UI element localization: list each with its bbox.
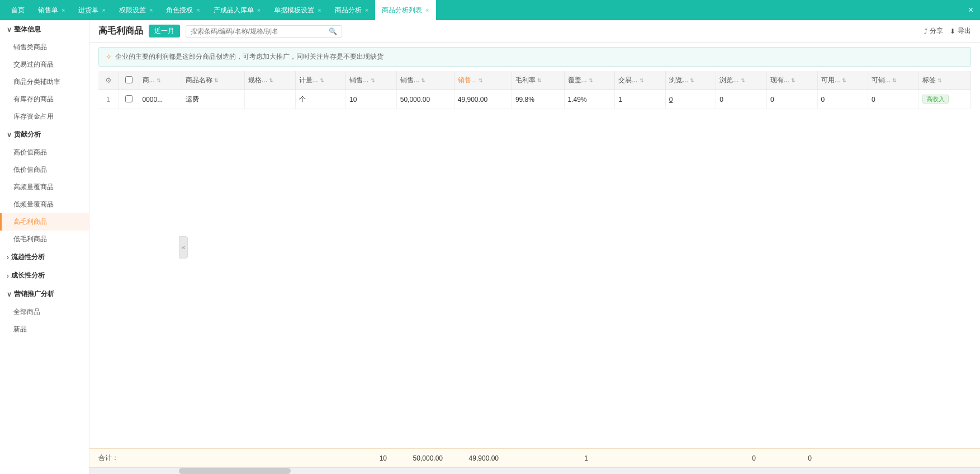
col-transaction[interactable]: 交易... ⇅ xyxy=(615,71,666,90)
search-icon[interactable]: 🔍 xyxy=(329,27,337,35)
row-transaction: 1 xyxy=(615,90,666,109)
sidebar-item-high-margin[interactable]: 高毛利商品 xyxy=(0,213,89,231)
sort-margin-rate-icon: ⇅ xyxy=(537,78,542,83)
share-button[interactable]: ⤴ 分享 xyxy=(924,26,943,36)
footer-available: 0 xyxy=(711,454,756,462)
search-box[interactable]: 🔍 xyxy=(186,25,342,37)
col-margin-rate[interactable]: 毛利率 ⇅ xyxy=(512,71,564,90)
col-checkbox[interactable] xyxy=(119,71,139,90)
col-browse2[interactable]: 浏览... ⇅ xyxy=(716,71,767,90)
row-tag: 高收入 xyxy=(919,90,970,109)
select-all-checkbox[interactable] xyxy=(125,76,132,83)
close-product-analysis-list[interactable]: × xyxy=(425,7,429,13)
row-sales-qty: 10 xyxy=(346,90,397,109)
footer-sales-profit: 49,900.00 xyxy=(454,454,499,462)
row-browse1[interactable]: 0 xyxy=(665,90,716,109)
sort-tag-icon: ⇅ xyxy=(938,78,942,83)
filter-period-button[interactable]: 近一月 xyxy=(149,25,180,37)
footer-sales-amount: 50,000.00 xyxy=(398,454,443,462)
table-header-row: ⚙ 商... ⇅ 商品名称 ⇅ xyxy=(98,71,971,90)
tag-badge: 高收入 xyxy=(922,95,949,104)
row-select-checkbox[interactable] xyxy=(125,95,132,102)
row-checkbox[interactable] xyxy=(119,90,139,109)
col-browse1[interactable]: 浏览... ⇅ xyxy=(665,71,716,90)
col-sales-amount[interactable]: 销售... ⇅ xyxy=(396,71,454,90)
close-order-template[interactable]: × xyxy=(318,7,321,13)
close-sales-order[interactable]: × xyxy=(61,7,65,13)
search-input[interactable] xyxy=(191,27,329,35)
nav-home[interactable]: 首页 xyxy=(4,0,31,20)
col-saleable[interactable]: 可销... ⇅ xyxy=(868,71,919,90)
page-title: 高毛利商品 xyxy=(98,25,143,37)
table-body: 1 0000... 运费 个 10 50,000.00 49,900.00 99… xyxy=(98,90,971,109)
arrow-growth: › xyxy=(7,272,9,280)
col-settings[interactable]: ⚙ xyxy=(98,71,119,90)
sidebar-item-product-analysis-assist[interactable]: 商品分类辅助率 xyxy=(0,73,89,91)
row-sales-amount: 50,000.00 xyxy=(396,90,454,109)
nav-product-warehouse[interactable]: 产成品入库单 × xyxy=(207,0,267,20)
share-icon: ⤴ xyxy=(924,27,927,35)
sidebar-item-low-value[interactable]: 低价值商品 xyxy=(0,161,89,179)
info-icon: ✧ xyxy=(106,53,112,61)
sort-current-icon: ⇅ xyxy=(791,78,796,83)
nav-role-auth[interactable]: 角色授权 × xyxy=(159,0,206,20)
sidebar-group-growth[interactable]: › 成长性分析 xyxy=(0,266,89,285)
sidebar-item-high-value[interactable]: 高价值商品 xyxy=(0,144,89,161)
sidebar-item-traded-products[interactable]: 交易过的商品 xyxy=(0,56,89,73)
close-role-auth[interactable]: × xyxy=(196,7,200,13)
nav-order-template[interactable]: 单据模板设置 × xyxy=(267,0,328,20)
nav-product-analysis-list[interactable]: 商品分析列表 × xyxy=(375,0,435,20)
top-nav: 首页 销售单 × 进货单 × 权限设置 × 角色授权 × 产成品入库单 × 单据… xyxy=(0,0,980,20)
sidebar-item-low-freq[interactable]: 低频量覆商品 xyxy=(0,196,89,213)
close-product-analysis[interactable]: × xyxy=(365,7,368,13)
row-spec xyxy=(244,90,295,109)
sidebar-group-trend[interactable]: › 流趋性分析 xyxy=(0,248,89,266)
scrollbar-thumb[interactable] xyxy=(179,468,291,474)
sort-name-icon: ⇅ xyxy=(214,78,219,83)
sort-saleable-icon: ⇅ xyxy=(892,78,897,83)
nav-product-analysis[interactable]: 商品分析 × xyxy=(328,0,375,20)
nav-purchase-order[interactable]: 进货单 × xyxy=(72,0,112,20)
row-sales-profit: 49,900.00 xyxy=(454,90,512,109)
row-margin-rate: 99.8% xyxy=(512,90,564,109)
col-sales-profit[interactable]: 销售... ⇅ xyxy=(454,71,512,90)
col-available[interactable]: 可用... ⇅ xyxy=(817,71,868,90)
sort-browse1-icon: ⇅ xyxy=(690,78,694,83)
col-code[interactable]: 商... ⇅ xyxy=(139,71,182,90)
close-product-warehouse[interactable]: × xyxy=(257,7,261,13)
col-spec[interactable]: 规格... ⇅ xyxy=(244,71,295,90)
settings-icon[interactable]: ⚙ xyxy=(105,76,112,85)
col-coverage[interactable]: 覆盖... ⇅ xyxy=(564,71,615,90)
close-window-button[interactable]: × xyxy=(968,5,973,15)
sidebar-group-marketing[interactable]: ∨ 营销推广分析 xyxy=(0,285,89,303)
sidebar-group-overall[interactable]: ∨ 整体信息 xyxy=(0,20,89,39)
row-name: 运费 xyxy=(182,90,244,109)
col-unit[interactable]: 计量... ⇅ xyxy=(295,71,346,90)
bottom-scrollbar[interactable] xyxy=(89,467,980,474)
col-sales-qty[interactable]: 销售... ⇅ xyxy=(346,71,397,90)
sidebar-group-treasure[interactable]: ∨ 贡献分析 xyxy=(0,125,89,144)
col-current[interactable]: 现有... ⇅ xyxy=(766,71,817,90)
nav-sales-order[interactable]: 销售单 × xyxy=(31,0,72,20)
sidebar-collapse-button[interactable]: « xyxy=(179,236,188,259)
col-name[interactable]: 商品名称 ⇅ xyxy=(182,71,244,90)
sidebar-item-high-freq[interactable]: 高频量覆商品 xyxy=(0,179,89,196)
footer-sales-qty: 10 xyxy=(342,454,387,462)
close-purchase-order[interactable]: × xyxy=(102,7,105,13)
sidebar-item-all-products[interactable]: 全部商品 xyxy=(0,303,89,321)
sort-spec-icon: ⇅ xyxy=(269,78,273,83)
header-actions: ⤴ 分享 ⬇ 导出 xyxy=(924,26,971,36)
sidebar-item-stocked-products[interactable]: 有库存的商品 xyxy=(0,91,89,108)
sidebar-item-new-products[interactable]: 新品 xyxy=(0,321,89,338)
nav-permission-settings[interactable]: 权限设置 × xyxy=(112,0,159,20)
close-permission-settings[interactable]: × xyxy=(149,7,153,13)
row-index: 1 xyxy=(98,90,119,109)
table-container[interactable]: ⚙ 商... ⇅ 商品名称 ⇅ xyxy=(89,71,980,448)
sort-available-icon: ⇅ xyxy=(842,78,846,83)
sidebar-item-inventory-capital[interactable]: 库存资金占用 xyxy=(0,108,89,125)
export-button[interactable]: ⬇ 导出 xyxy=(950,26,971,36)
sidebar-item-sales-products[interactable]: 销售类商品 xyxy=(0,39,89,56)
col-tag[interactable]: 标签 ⇅ xyxy=(919,71,970,90)
sort-transaction-icon: ⇅ xyxy=(640,78,644,83)
sidebar-item-low-margin[interactable]: 低毛利商品 xyxy=(0,231,89,248)
